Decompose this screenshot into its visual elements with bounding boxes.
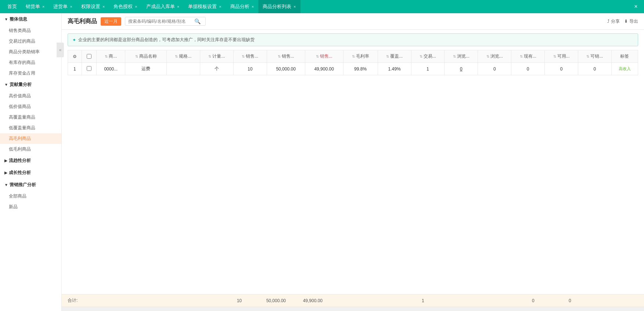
sort-icon[interactable]: ⇅ (453, 54, 456, 58)
sidebar: ▼ 整体信息 销售类商品 交易过的商品 商品分类助销率 有库存的商品 库存资金占… (0, 13, 62, 311)
info-icon: ✦ (72, 37, 76, 43)
col-available: ⇅ 可用... (545, 50, 578, 63)
sort-icon[interactable]: ⇅ (175, 54, 178, 58)
col-index: ⚙ (68, 50, 82, 63)
cell-margin: 99.8% (343, 63, 378, 75)
sort-icon[interactable]: ⇅ (520, 54, 523, 58)
sort-icon[interactable]: ⇅ (135, 54, 138, 58)
nav-close-icon[interactable]: × (294, 4, 296, 9)
sidebar-item-high-coverage[interactable]: 高覆盖量商品 (0, 112, 61, 123)
nav-template-settings[interactable]: 单据模板设置 × (184, 0, 226, 13)
content-area: 高毛利商品 近一月 🔍 ⤴ 分享 ⬇ 导出 (62, 13, 644, 311)
sort-icon[interactable]: ⇅ (352, 54, 355, 58)
cell-sales-qty: 10 (233, 63, 267, 75)
sort-icon[interactable]: ⇅ (208, 54, 211, 58)
recent-month-button[interactable]: 近一月 (101, 17, 121, 26)
col-margin: ⇅ 毛利率 (343, 50, 378, 63)
search-icon[interactable]: 🔍 (194, 18, 201, 24)
sort-icon[interactable]: ⇅ (553, 54, 556, 58)
nav-purchase-order[interactable]: 进货单 × (49, 0, 76, 13)
sidebar-item-low-margin[interactable]: 低毛利商品 (0, 144, 61, 155)
sort-icon[interactable]: ⇅ (386, 54, 389, 58)
settings-icon[interactable]: ⚙ (73, 54, 77, 59)
cell-current: 0 (511, 63, 545, 75)
sidebar-item-in-stock[interactable]: 有库存的商品 (0, 57, 61, 68)
col-checkbox (82, 50, 97, 63)
nav-close-icon[interactable]: × (252, 4, 254, 9)
select-all-checkbox[interactable] (87, 54, 91, 59)
share-icon: ⤴ (607, 19, 609, 24)
info-banner: ✦ 企业的主要的利润都是这部分商品创造的，可考虑加大推广，同时关注库存是不要出现… (68, 33, 638, 46)
nav-product-analysis[interactable]: 商品分析 × (226, 0, 258, 13)
nav-close-icon[interactable]: × (177, 4, 179, 9)
col-transaction: ⇅ 交易... (411, 50, 445, 63)
export-button[interactable]: ⬇ 导出 (624, 18, 638, 25)
sort-icon[interactable]: ⇅ (242, 54, 245, 58)
sidebar-item-low-coverage[interactable]: 低覆盖量商品 (0, 123, 61, 133)
col-spec: ⇅ 规格... (166, 50, 200, 63)
share-button[interactable]: ⤴ 分享 (607, 18, 620, 25)
nav-close-icon[interactable]: × (70, 4, 72, 9)
sidebar-item-category-rate[interactable]: 商品分类助销率 (0, 47, 61, 57)
row-checkbox[interactable] (87, 66, 91, 71)
col-coverage: ⇅ 覆盖... (378, 50, 411, 63)
nav-close-icon[interactable]: × (135, 4, 137, 9)
footer-sales-amount: 50,000.00 (261, 298, 291, 303)
cell-sales-profit: 49,900.00 (305, 63, 343, 75)
cell-available: 0 (545, 63, 578, 75)
search-input[interactable] (128, 19, 194, 24)
sidebar-item-low-value[interactable]: 低价值商品 (0, 101, 61, 112)
nav-product-storage[interactable]: 产成品入库单 × (142, 0, 184, 13)
nav-close-icon[interactable]: × (219, 4, 221, 9)
nav-sales-order[interactable]: 销货单 × (21, 0, 49, 13)
nav-permission-settings[interactable]: 权限设置 × (77, 0, 109, 13)
sidebar-group-trend[interactable]: ▶ 流趋性分析 (0, 155, 61, 167)
col-current: ⇅ 现有... (511, 50, 545, 63)
header-actions: ⤴ 分享 ⬇ 导出 (607, 18, 638, 25)
sort-icon[interactable]: ⇅ (420, 54, 422, 58)
table-row: 1 0000... 运费 个 10 50,000.00 49,900.00 99 (68, 63, 638, 75)
sidebar-item-all-goods[interactable]: 全部商品 (0, 191, 61, 202)
nav-product-analysis-list[interactable]: 商品分析列表 × (258, 0, 300, 13)
table-header-row: ⚙ ⇅ 商... (68, 50, 638, 63)
cell-checkbox (82, 63, 97, 75)
horizontal-scrollbar[interactable] (62, 307, 644, 311)
sidebar-group-contribution[interactable]: ▼ 贡献量分析 (0, 79, 61, 91)
cell-transaction: 1 (411, 63, 445, 75)
col-browse2: ⇅ 浏览... (478, 50, 511, 63)
cell-coverage: 1.49% (378, 63, 411, 75)
col-tag: 标签 (611, 50, 638, 63)
sidebar-item-high-value[interactable]: 高价值商品 (0, 91, 61, 101)
cell-tag: 高收入 (611, 63, 638, 75)
sidebar-item-high-margin[interactable]: 高毛利商品 (0, 133, 61, 144)
sort-icon[interactable]: ⇅ (586, 54, 589, 58)
sidebar-item-new-goods[interactable]: 新品 (0, 202, 61, 212)
sidebar-collapse-button[interactable]: « (57, 43, 64, 57)
sort-icon[interactable]: ⇅ (278, 54, 281, 58)
nav-close-icon[interactable]: × (42, 4, 44, 9)
sidebar-item-traded-goods[interactable]: 交易过的商品 (0, 36, 61, 47)
nav-close-icon[interactable]: × (102, 4, 105, 9)
expand-arrow-icon: ▶ (4, 171, 7, 175)
sort-icon[interactable]: ⇅ (316, 54, 319, 58)
table-container[interactable]: ⚙ ⇅ 商... (62, 50, 644, 294)
sort-icon[interactable]: ⇅ (486, 54, 489, 58)
cell-code: 0000... (97, 63, 125, 75)
sidebar-item-stock-capital[interactable]: 库存资金占用 (0, 68, 61, 79)
nav-role-auth[interactable]: 角色授权 × (109, 0, 141, 13)
export-icon: ⬇ (624, 19, 628, 24)
col-sales-profit: ⇅ 销售... (305, 50, 343, 63)
sidebar-group-growth[interactable]: ▶ 成长性分析 (0, 167, 61, 179)
data-table: ⚙ ⇅ 商... (68, 50, 638, 75)
sidebar-group-marketing[interactable]: ▼ 营销推广分析 (0, 179, 61, 191)
cell-name: 运费 (125, 63, 167, 75)
expand-arrow-icon: ▼ (4, 83, 8, 87)
col-name: ⇅ 商品名称 (125, 50, 167, 63)
cell-browse2: 0 (478, 63, 511, 75)
sort-icon[interactable]: ⇅ (105, 54, 108, 58)
window-close-button[interactable]: × (631, 1, 641, 12)
sidebar-item-sales-goods[interactable]: 销售类商品 (0, 25, 61, 36)
nav-home[interactable]: 首页 (3, 0, 21, 13)
sidebar-group-overall[interactable]: ▼ 整体信息 (0, 13, 61, 25)
cell-browse1: 0 (445, 63, 478, 75)
